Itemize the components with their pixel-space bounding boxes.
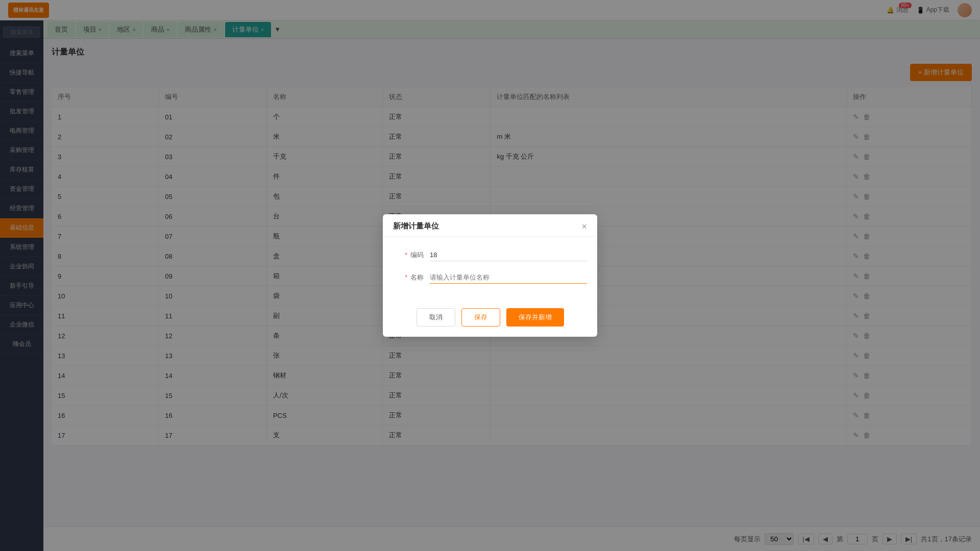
save-button[interactable]: 保存 xyxy=(461,308,500,327)
code-label: * 编码 xyxy=(393,251,424,260)
required-mark: * xyxy=(405,251,407,259)
required-mark-name: * xyxy=(405,273,407,281)
save-and-new-button[interactable]: 保存并新增 xyxy=(506,308,564,327)
cancel-button[interactable]: 取消 xyxy=(416,308,455,327)
name-form-row: * 名称 xyxy=(393,271,587,284)
modal-close-button[interactable]: × xyxy=(581,222,587,231)
code-input[interactable] xyxy=(430,249,587,261)
modal-body: * 编码 * 名称 xyxy=(383,237,597,302)
modal-title: 新增计量单位 xyxy=(393,221,439,231)
name-label: * 名称 xyxy=(393,273,424,282)
modal-footer: 取消 保存 保存并新增 xyxy=(383,302,597,337)
add-measure-unit-modal: 新增计量单位 × * 编码 * 名称 取消 保存 保存并新增 xyxy=(383,214,597,337)
modal-header: 新增计量单位 × xyxy=(383,214,597,237)
name-input[interactable] xyxy=(430,271,587,284)
code-form-row: * 编码 xyxy=(393,249,587,261)
modal-overlay[interactable]: 新增计量单位 × * 编码 * 名称 取消 保存 保存并新增 xyxy=(0,0,980,551)
